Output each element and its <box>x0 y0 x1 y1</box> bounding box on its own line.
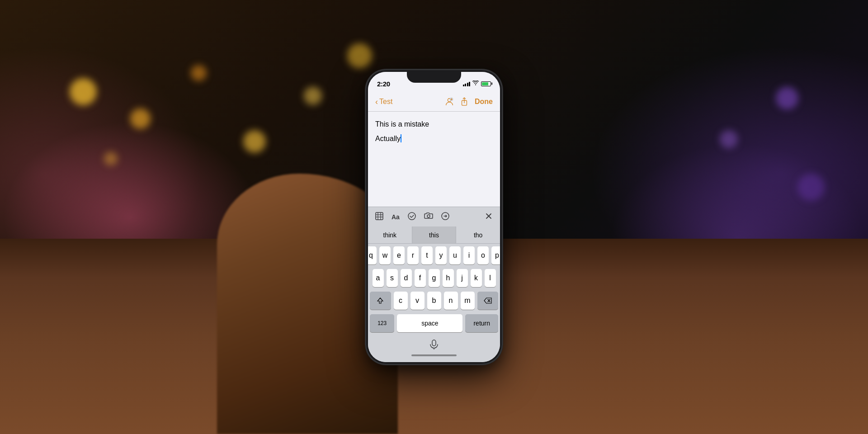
note-text: This is a mistake Actually <box>375 119 493 144</box>
table-icon[interactable] <box>375 212 383 222</box>
battery-icon <box>481 81 491 86</box>
status-icons <box>463 80 491 87</box>
keyboard-bottom-row <box>370 337 498 350</box>
shift-key[interactable] <box>370 292 391 310</box>
note-line-2: Actually <box>375 133 493 144</box>
text-cursor <box>401 134 401 142</box>
home-indicator <box>370 350 498 360</box>
numbers-key[interactable]: 123 <box>370 314 394 332</box>
phone-screen: 2:20 <box>368 72 500 362</box>
keyboard-toolbar: Aa <box>368 207 500 226</box>
key-d[interactable]: d <box>401 269 412 287</box>
key-r[interactable]: r <box>407 246 419 264</box>
key-n[interactable]: n <box>444 292 458 310</box>
key-o[interactable]: o <box>477 246 489 264</box>
note-line-2-text: Actually <box>375 135 401 142</box>
format-icon[interactable]: Aa <box>392 213 400 221</box>
note-content[interactable]: This is a mistake Actually <box>368 112 500 207</box>
back-button[interactable]: ‹ Test <box>375 98 392 106</box>
back-label: Test <box>379 98 392 106</box>
nav-actions: Done <box>445 97 493 106</box>
mic-button[interactable] <box>430 340 438 349</box>
home-bar <box>411 354 457 356</box>
share-icon[interactable] <box>460 97 468 106</box>
close-keyboard-icon[interactable] <box>485 212 493 222</box>
key-m[interactable]: m <box>461 292 475 310</box>
status-time: 2:20 <box>377 80 390 88</box>
svg-point-8 <box>408 212 415 220</box>
autocomplete-bar: think this tho <box>368 226 500 244</box>
nav-bar: ‹ Test <box>368 92 500 112</box>
key-h[interactable]: h <box>443 269 454 287</box>
key-i[interactable]: i <box>463 246 475 264</box>
delete-key[interactable] <box>477 292 499 310</box>
person-icon[interactable] <box>445 97 454 106</box>
key-e[interactable]: e <box>393 246 405 264</box>
space-key[interactable]: space <box>397 314 462 332</box>
key-p[interactable]: p <box>491 246 500 264</box>
svg-rect-15 <box>432 340 436 346</box>
key-g[interactable]: g <box>429 269 440 287</box>
note-line-1: This is a mistake <box>375 119 493 130</box>
phone-device: 2:20 <box>366 70 502 364</box>
key-u[interactable]: u <box>449 246 461 264</box>
bokeh-light <box>243 130 266 153</box>
key-y[interactable]: y <box>435 246 447 264</box>
key-a[interactable]: a <box>373 269 384 287</box>
key-c[interactable]: c <box>394 292 408 310</box>
camera-icon[interactable] <box>424 212 433 222</box>
keyboard-row-4: 123 space return <box>370 314 498 332</box>
key-f[interactable]: f <box>415 269 426 287</box>
key-k[interactable]: k <box>471 269 482 287</box>
battery-fill <box>482 82 488 85</box>
signal-icon <box>463 81 471 86</box>
done-button[interactable]: Done <box>475 98 493 106</box>
autocomplete-item-1[interactable]: think <box>368 226 412 243</box>
bokeh-light <box>347 43 372 68</box>
svg-point-9 <box>427 215 430 217</box>
bokeh-light <box>797 174 825 201</box>
keyboard-row-1: q w e r t y u i o p <box>370 246 498 264</box>
phone-wrapper: 2:20 <box>366 70 502 364</box>
bokeh-light <box>130 108 151 129</box>
key-l[interactable]: l <box>485 269 496 287</box>
keyboard-row-2: a s d f g h j k l <box>370 269 498 287</box>
key-w[interactable]: w <box>379 246 391 264</box>
keyboard: q w e r t y u i o p a s d f g <box>368 244 500 362</box>
autocomplete-item-3[interactable]: tho <box>456 226 500 243</box>
key-b[interactable]: b <box>427 292 441 310</box>
keyboard-row-3: c v b n m <box>370 292 498 310</box>
check-icon[interactable] <box>408 212 416 222</box>
toolbar-icons: Aa <box>375 212 449 222</box>
key-q[interactable]: q <box>368 246 377 264</box>
key-s[interactable]: s <box>387 269 398 287</box>
key-v[interactable]: v <box>410 292 425 310</box>
bokeh-light <box>720 130 738 148</box>
back-chevron-icon: ‹ <box>375 98 378 106</box>
svg-rect-3 <box>376 212 383 220</box>
key-j[interactable]: j <box>457 269 468 287</box>
wifi-icon <box>472 80 479 87</box>
phone-notch <box>407 70 461 83</box>
return-key[interactable]: return <box>465 314 498 332</box>
autocomplete-item-2[interactable]: this <box>412 226 457 243</box>
bokeh-light <box>304 87 322 105</box>
bokeh-light <box>70 78 97 105</box>
key-t[interactable]: t <box>421 246 433 264</box>
arrow-circle-icon[interactable] <box>441 212 449 222</box>
